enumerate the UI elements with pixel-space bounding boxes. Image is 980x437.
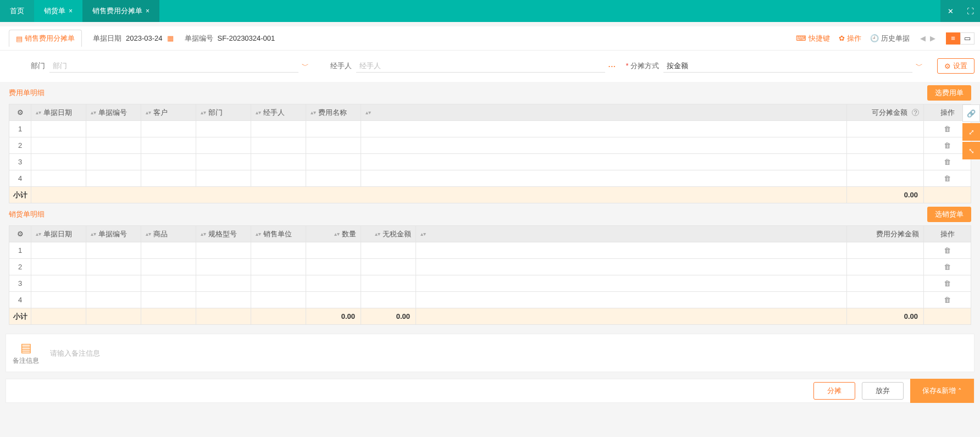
cell[interactable] [361,137,847,154]
cell[interactable] [847,259,924,275]
cell[interactable] [141,154,196,170]
cell[interactable] [141,121,196,137]
history-link[interactable]: 🕘历史单据 [870,34,910,43]
cell[interactable] [251,170,306,187]
cell[interactable] [251,259,306,275]
col-goods[interactable]: ▴▾商品 [141,226,196,242]
settings-button[interactable]: ⚙设置 [937,58,975,74]
cell[interactable] [361,292,416,308]
cell[interactable] [361,170,847,187]
cell[interactable] [306,154,361,170]
col-alloc-amount[interactable]: 可分摊金额? [847,104,924,121]
select-sales-button[interactable]: 选销货单 [927,207,971,222]
col-settings[interactable]: ⚙ [9,226,31,242]
cell[interactable] [31,242,86,259]
shortcut-link[interactable]: ⌨快捷键 [796,34,830,43]
delete-icon[interactable]: 🗑 [944,158,951,166]
cell[interactable] [196,292,251,308]
collapse-button[interactable]: ⤡ [962,142,980,159]
table-row[interactable]: 3🗑 [9,275,971,292]
operate-link[interactable]: ✿操作 [839,34,861,43]
cell[interactable] [31,292,86,308]
attachment-button[interactable]: 🔗 [962,104,980,122]
col-no[interactable]: ▴▾单据编号 [86,226,141,242]
discard-button[interactable]: 放弃 [862,382,904,400]
cell[interactable] [361,154,847,170]
dept-input[interactable] [49,59,298,73]
table-row[interactable]: 3🗑 [9,154,971,170]
col-handler[interactable]: ▴▾经手人 [251,104,306,121]
cell[interactable] [847,170,924,187]
cell[interactable] [306,170,361,187]
cell[interactable] [306,137,361,154]
delete-icon[interactable]: 🗑 [944,141,951,150]
cell[interactable] [251,242,306,259]
table-row[interactable]: 1🗑 [9,242,971,259]
cell[interactable] [196,242,251,259]
cell[interactable] [847,292,924,308]
cell[interactable] [251,275,306,292]
cell[interactable] [141,292,196,308]
delete-icon[interactable]: 🗑 [944,174,951,182]
cell[interactable] [416,259,847,275]
view-grid-icon[interactable]: ▭ [960,32,975,45]
tab-sales-order[interactable]: 销货单× [34,0,82,22]
cell[interactable] [251,154,306,170]
delete-icon[interactable]: 🗑 [944,279,951,287]
window-expand-button[interactable]: ⛶ [960,0,980,22]
cell[interactable] [86,275,141,292]
cell[interactable] [196,275,251,292]
cell[interactable] [847,154,924,170]
cell[interactable] [86,292,141,308]
cell[interactable] [31,170,86,187]
tab-home[interactable]: 首页 [0,0,34,22]
cell[interactable] [141,259,196,275]
delete-icon[interactable]: 🗑 [944,296,951,304]
view-list-icon[interactable]: ≡ [946,32,960,45]
cell[interactable] [196,259,251,275]
save-new-button[interactable]: 保存&新增˄ [910,379,974,403]
cell[interactable] [196,137,251,154]
more-icon[interactable]: ··· [605,62,619,70]
cell[interactable] [31,259,86,275]
cell[interactable] [361,121,847,137]
select-expense-button[interactable]: 选费用单 [927,85,971,101]
calendar-icon[interactable]: ▦ [167,34,174,42]
cell[interactable] [31,154,86,170]
table-row[interactable]: 1🗑 [9,121,971,137]
delete-icon[interactable]: 🗑 [944,246,951,255]
method-select[interactable] [663,59,912,73]
cell[interactable] [416,242,847,259]
cell[interactable] [416,275,847,292]
col-feename[interactable]: ▴▾费用名称 [306,104,361,121]
doc-type-tab[interactable]: ▤ 销售费用分摊单 [9,30,82,47]
cell[interactable] [86,154,141,170]
window-close-button[interactable]: ✕ [940,0,960,22]
cell[interactable] [141,275,196,292]
close-icon[interactable]: × [69,0,73,22]
cell[interactable] [251,137,306,154]
tab-expense-alloc[interactable]: 销售费用分摊单× [82,0,159,22]
allocate-button[interactable]: 分摊 [813,382,855,400]
cell[interactable] [251,121,306,137]
col-date[interactable]: ▴▾单据日期 [31,226,86,242]
cell[interactable] [196,154,251,170]
cell[interactable] [306,275,361,292]
cell[interactable] [306,242,361,259]
cell[interactable] [86,259,141,275]
delete-icon[interactable]: 🗑 [944,125,951,133]
cell[interactable] [141,170,196,187]
table-row[interactable]: 2🗑 [9,259,971,275]
col-no[interactable]: ▴▾单据编号 [86,104,141,121]
table-row[interactable]: 2🗑 [9,137,971,154]
prev-record-icon[interactable]: ◀ [918,34,927,42]
col-customer[interactable]: ▴▾客户 [141,104,196,121]
help-icon[interactable]: ? [912,109,919,116]
cell[interactable] [847,275,924,292]
col-alloc[interactable]: 费用分摊金额 [847,226,924,242]
cell[interactable] [86,121,141,137]
col-spec[interactable]: ▴▾规格型号 [196,226,251,242]
next-record-icon[interactable]: ▶ [928,34,937,42]
cell[interactable] [251,292,306,308]
table-row[interactable]: 4🗑 [9,292,971,308]
